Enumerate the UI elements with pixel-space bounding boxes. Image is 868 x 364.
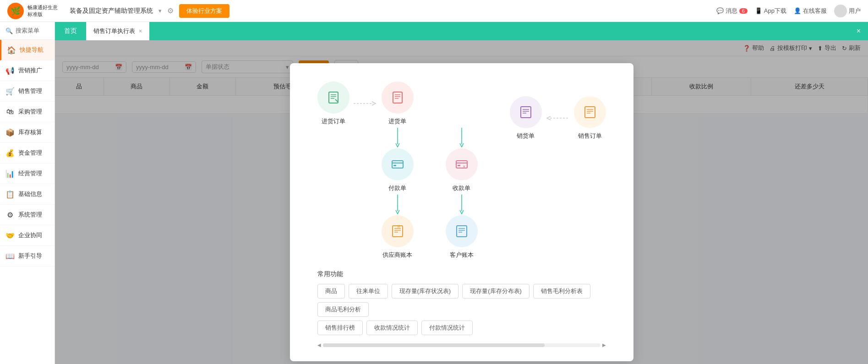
page-content: ❓ 帮助 🖨 按模板打印 ▾ ⬆ 导出 ↻ 刷新 [55, 40, 868, 364]
func-btn-stock-dist[interactable]: 现存量(库存分布表) [462, 284, 530, 299]
common-title: 常用功能 [317, 270, 606, 278]
tab-bar: 首页 销售订单执行表 × × [55, 22, 868, 40]
receipt-icon: ¥ [446, 148, 478, 180]
message-button[interactable]: 💬 消息 6 [716, 7, 748, 15]
marketing-icon: 📢 [5, 66, 15, 75]
tab-sales-order[interactable]: 销售订单执行表 × [86, 22, 149, 40]
svg-rect-13 [393, 165, 396, 166]
finance-icon: 💰 [5, 148, 15, 158]
flow-modal: 进货订单 进货单 [290, 63, 633, 361]
flow-node-purchase-bill[interactable]: 进货单 [382, 81, 414, 125]
sidebar-item-purchase[interactable]: 🛍 采购管理 [0, 102, 55, 122]
flow-node-purchase-order[interactable]: 进货订单 [317, 81, 349, 125]
flow-node-supplier[interactable]: 册 供应商账本 [382, 215, 414, 259]
arrow-down-bill [394, 125, 401, 148]
customer-icon [446, 215, 478, 247]
settings-icon[interactable]: ⚙ [167, 6, 174, 15]
dropdown-arrow[interactable]: ▾ [158, 7, 162, 14]
sales-order-label: 销售订单 [578, 132, 602, 140]
app-download-button[interactable]: 📱 App下载 [755, 7, 786, 15]
svg-text:¥: ¥ [463, 164, 465, 168]
func-btn-counterparty[interactable]: 往来单位 [349, 284, 388, 299]
sidebar-item-finance[interactable]: 💰 资金管理 [0, 143, 55, 163]
func-btn-receipt-stat[interactable]: 收款情况统计 [366, 321, 418, 335]
online-service-button[interactable]: 👤 在线客服 [794, 7, 827, 15]
header-right: 💬 消息 6 📱 App下载 👤 在线客服 用户 [716, 5, 861, 17]
customer-label: 客户账本 [450, 251, 474, 259]
scroll-left-icon[interactable]: ◀ [317, 342, 321, 348]
window-close-icon[interactable]: × [857, 27, 861, 35]
func-btn-product[interactable]: 商品 [317, 284, 345, 299]
sidebar-item-sales[interactable]: 🛒 销售管理 [0, 81, 55, 102]
logo-text: 畅康通好生意 标准版 [27, 4, 58, 17]
sidebar-item-inventory[interactable]: 📦 库存核算 [0, 122, 55, 143]
flow-node-receipt[interactable]: ¥ 收款单 [446, 148, 478, 192]
basic-icon: 📋 [5, 190, 15, 199]
sales-bill-icon [510, 96, 542, 128]
operation-icon: 📊 [5, 169, 15, 178]
arrow-down-sales-order [458, 125, 465, 148]
logo-area: 🌿 畅康通好生意 标准版 [7, 3, 62, 19]
supplier-label: 供应商账本 [382, 251, 412, 259]
scroll-thumb[interactable] [323, 343, 545, 347]
sidebar: 🔍 搜索菜单 🏠 快捷导航 📢 营销推广 🛒 销售管理 🛍 采购管理 📦 [0, 22, 55, 364]
sales-icon: 🛒 [5, 87, 15, 96]
flow-node-customer[interactable]: 客户账本 [446, 215, 478, 259]
func-btn-product-gross[interactable]: 商品毛利分析 [317, 302, 369, 317]
svg-text:册: 册 [397, 225, 400, 228]
flow-node-sales-order[interactable]: 销售订单 [574, 96, 606, 140]
search-menu[interactable]: 🔍 搜索菜单 [0, 22, 55, 40]
sidebar-item-basic[interactable]: 📋 基础信息 [0, 184, 55, 205]
arrow-down-receipt [458, 192, 465, 215]
svg-rect-29 [521, 107, 531, 118]
function-btns-row1: 商品 往来单位 现存量(库存状况表) 现存量(库存分布表) 销售毛利分析表 商品… [317, 284, 606, 317]
home-icon: 🏠 [7, 45, 16, 54]
modal-scrollbar[interactable]: ◀ ▶ [317, 342, 606, 348]
func-btn-sales-rank[interactable]: 销售排行榜 [317, 321, 363, 335]
svg-rect-14 [456, 161, 467, 168]
payment-label: 付款单 [388, 184, 406, 192]
sidebar-item-operation[interactable]: 📊 经营管理 [0, 163, 55, 184]
sales-order-icon [574, 96, 606, 128]
scroll-right-icon[interactable]: ▶ [602, 342, 606, 348]
purchase-order-label: 进货订单 [322, 117, 345, 125]
inventory-icon: 📦 [5, 128, 15, 137]
func-btn-stock-status[interactable]: 现存量(库存状况表) [392, 284, 459, 299]
avatar-icon [834, 5, 847, 17]
purchase-bill-label: 进货单 [388, 117, 406, 125]
flow-node-payment[interactable]: 付款单 [382, 148, 414, 192]
svg-rect-25 [457, 226, 467, 237]
service-icon: 👤 [794, 7, 801, 14]
supplier-icon: 册 [382, 215, 414, 247]
func-btn-payment-stat[interactable]: 付款情况统计 [421, 321, 473, 335]
guide-icon: 📖 [5, 251, 15, 261]
svg-rect-11 [392, 161, 403, 168]
svg-rect-16 [458, 165, 460, 166]
sidebar-item-marketing[interactable]: 📢 营销推广 [0, 60, 55, 81]
svg-rect-5 [393, 92, 402, 103]
trial-button[interactable]: 体验行业方案 [179, 4, 229, 18]
scroll-track[interactable] [323, 343, 601, 347]
header-middle: 装备及固定资产辅助管理系统 ▾ ⚙ 体验行业方案 [62, 4, 716, 18]
func-btn-sales-gross[interactable]: 销售毛利分析表 [533, 284, 590, 299]
sales-bill-label: 销货单 [517, 132, 535, 140]
download-icon: 📱 [755, 7, 762, 14]
common-functions: 常用功能 商品 往来单位 现存量(库存状况表) 现存量(库存分布表) 销售毛利分… [317, 270, 606, 335]
flow-node-sales-bill[interactable]: 销货单 [510, 96, 542, 140]
tab-close-icon[interactable]: × [139, 28, 142, 34]
purchase-icon: 🛍 [5, 107, 15, 116]
arrow-down-payment [394, 192, 401, 215]
sidebar-item-enterprise[interactable]: 🤝 企业协同 [0, 225, 55, 246]
user-avatar[interactable]: 用户 [834, 5, 861, 17]
sidebar-item-quick-nav[interactable]: 🏠 快捷导航 [0, 40, 55, 60]
sidebar-item-system[interactable]: ⚙ 系统管理 [0, 205, 55, 225]
tab-home[interactable]: 首页 [55, 22, 86, 40]
payment-icon [382, 148, 414, 180]
content-area: 首页 销售订单执行表 × × ❓ 帮助 🖨 按 [55, 22, 868, 364]
purchase-order-icon [317, 81, 349, 114]
receipt-label: 收款单 [453, 184, 470, 192]
search-icon: 🔍 [5, 27, 13, 34]
system-title: 装备及固定资产辅助管理系统 [70, 7, 153, 15]
message-badge: 6 [739, 8, 748, 14]
sidebar-item-guide[interactable]: 📖 新手引导 [0, 246, 55, 266]
